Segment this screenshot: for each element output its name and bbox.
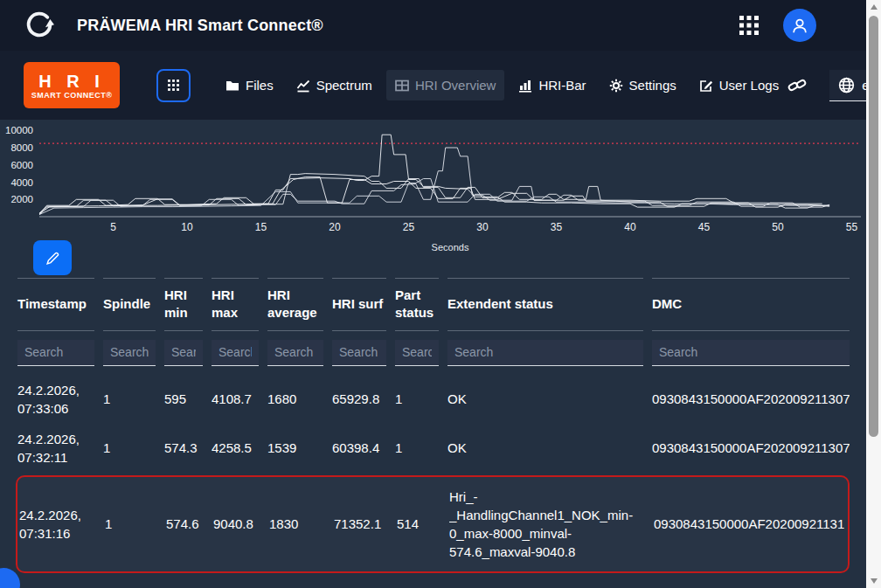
cell-hri-average: 1830 bbox=[269, 515, 325, 533]
nav-item-label: User Logs bbox=[719, 78, 779, 93]
column-header-timestamp[interactable]: Timestamp bbox=[17, 278, 94, 331]
x-axis-tick: 15 bbox=[255, 221, 267, 233]
person-icon bbox=[790, 16, 809, 35]
topbar-actions bbox=[738, 9, 857, 42]
grid-icon bbox=[167, 79, 180, 92]
column-header-spindle[interactable]: Spindle bbox=[103, 278, 156, 331]
cell-hri-min: 574.3 bbox=[164, 439, 203, 457]
hri-smart-connect-logo[interactable]: H R I SMART CONNECT® bbox=[24, 62, 120, 108]
x-axis-tick: 30 bbox=[476, 221, 489, 233]
scrollbar-up-arrow[interactable] bbox=[866, 0, 881, 14]
nav-item-label: Files bbox=[246, 78, 274, 93]
hri-line-chart: 2000400060008000100005101520253035404550… bbox=[0, 122, 865, 255]
bar-chart-icon bbox=[518, 79, 532, 93]
edit-table-button[interactable] bbox=[33, 240, 72, 275]
chain-link-icon bbox=[787, 76, 807, 95]
chart-series-channel-5 bbox=[39, 177, 829, 214]
x-axis-tick: 35 bbox=[551, 221, 563, 233]
praewema-logo-icon bbox=[24, 10, 54, 40]
table-row[interactable]: 24.2.2026, 07:30:201565.74527.9170766982… bbox=[17, 577, 850, 588]
nav-item-settings[interactable]: Settings bbox=[600, 70, 685, 100]
table-row[interactable]: 24.2.2026, 07:33:0615954108.7168065929.8… bbox=[17, 375, 850, 424]
main-navbar: H R I SMART CONNECT® Files Spectrum bbox=[0, 51, 881, 120]
cell-extendent-status: OK bbox=[447, 390, 643, 408]
y-axis-tick: 10000 bbox=[5, 125, 33, 135]
search-input-dmc[interactable] bbox=[652, 340, 850, 366]
folder-icon bbox=[225, 79, 239, 93]
search-input-extendent-status[interactable] bbox=[447, 340, 643, 366]
y-axis-tick: 8000 bbox=[10, 142, 33, 153]
cell-timestamp: 24.2.2026, 07:31:16 bbox=[19, 506, 96, 543]
nav-item-user-logs[interactable]: User Logs bbox=[690, 70, 787, 100]
app-title: PRÄWEMA HRI Smart Connect® bbox=[77, 17, 323, 35]
cell-spindle: 1 bbox=[103, 439, 156, 457]
nav-item-label: HRI Overview bbox=[415, 78, 496, 93]
top-header-bar: PRÄWEMA HRI Smart Connect® bbox=[0, 0, 881, 51]
hri-logo-subtext: SMART CONNECT® bbox=[31, 91, 113, 100]
table-row[interactable]: 24.2.2026, 07:32:111574.34258.5153960398… bbox=[17, 424, 850, 473]
table-icon bbox=[395, 79, 409, 93]
nav-item-files[interactable]: Files bbox=[217, 70, 282, 100]
apps-grid-button[interactable] bbox=[738, 14, 760, 37]
spectrum-chart-icon bbox=[296, 79, 310, 93]
column-header-part-status[interactable]: Part status bbox=[395, 278, 439, 331]
menu-grid-button[interactable] bbox=[156, 69, 191, 102]
search-input-hri-min[interactable] bbox=[164, 340, 203, 366]
cell-hri-average: 1680 bbox=[267, 390, 323, 408]
column-header-hri-surf[interactable]: HRI surf bbox=[332, 278, 386, 331]
x-axis-label: Seconds bbox=[432, 242, 469, 252]
search-input-hri-max[interactable] bbox=[212, 340, 259, 366]
hri-data-table: Timestamp Spindle HRI min HRI max HRI av… bbox=[17, 278, 850, 588]
column-header-hri-max[interactable]: HRI max bbox=[212, 278, 259, 331]
cell-part-status: 514 bbox=[397, 515, 440, 533]
cell-extendent-status: OK bbox=[447, 439, 643, 457]
column-header-hri-min[interactable]: HRI min bbox=[164, 278, 203, 331]
search-input-spindle[interactable] bbox=[103, 340, 156, 366]
cell-hri-max: 9040.8 bbox=[213, 515, 260, 533]
table-search-row bbox=[17, 331, 850, 375]
chart-series-channel-2 bbox=[39, 148, 829, 215]
cell-spindle: 1 bbox=[105, 515, 157, 533]
cell-timestamp: 24.2.2026, 07:30:20 bbox=[17, 583, 94, 588]
nav-items: Files Spectrum HRI Overview HRI-Bar bbox=[217, 70, 787, 100]
x-axis-tick: 50 bbox=[772, 221, 784, 233]
search-input-part-status[interactable] bbox=[395, 340, 439, 366]
table-body: 24.2.2026, 07:33:0615954108.7168065929.8… bbox=[17, 375, 850, 588]
nav-item-hri-bar[interactable]: HRI-Bar bbox=[510, 70, 594, 100]
gear-icon bbox=[609, 79, 623, 93]
scrollbar-down-arrow[interactable] bbox=[866, 574, 881, 588]
table-row-highlighted[interactable]: 24.2.2026, 07:31:161574.69040.8183071352… bbox=[16, 475, 850, 573]
column-header-dmc[interactable]: DMC bbox=[652, 278, 850, 331]
y-axis-tick: 6000 bbox=[10, 160, 33, 170]
search-input-timestamp[interactable] bbox=[17, 340, 94, 366]
scrollbar-thumb[interactable] bbox=[869, 16, 878, 437]
y-axis-tick: 2000 bbox=[10, 194, 33, 204]
cell-hri-min: 574.6 bbox=[166, 515, 205, 533]
main-content: 2000400060008000100005101520253035404550… bbox=[0, 120, 866, 588]
nav-item-hri-overview[interactable]: HRI Overview bbox=[386, 70, 505, 100]
cell-hri-average: 1539 bbox=[267, 439, 323, 457]
nav-item-spectrum[interactable]: Spectrum bbox=[288, 70, 381, 100]
nav-item-label: HRI-Bar bbox=[538, 78, 586, 93]
search-input-hri-surf[interactable] bbox=[332, 340, 386, 366]
cell-extendent-status: Hri_-_HandlingChannel1_NOK_min-0_max-800… bbox=[449, 488, 645, 561]
globe-icon bbox=[838, 77, 855, 93]
x-axis-tick: 5 bbox=[110, 221, 116, 233]
cell-dmc: 0930843150000AF2020092113170 bbox=[654, 515, 844, 533]
cell-hri-surf: 71352.1 bbox=[334, 515, 388, 533]
column-header-hri-average[interactable]: HRI average bbox=[267, 278, 323, 331]
user-avatar-button[interactable] bbox=[783, 9, 816, 42]
cell-part-status: 1 bbox=[395, 390, 439, 408]
hri-logo-text: H R I bbox=[38, 72, 105, 91]
link-button[interactable] bbox=[787, 76, 807, 95]
cell-dmc: 0930843150000AF2020092113073 bbox=[652, 439, 850, 457]
search-input-hri-average[interactable] bbox=[267, 340, 323, 366]
cell-hri-max: 4108.7 bbox=[212, 390, 259, 408]
cell-hri-surf: 60398.4 bbox=[332, 439, 386, 457]
cell-hri-surf: 65929.8 bbox=[332, 390, 386, 408]
column-header-extendent-status[interactable]: Extendent status bbox=[447, 278, 643, 331]
x-axis-tick: 25 bbox=[403, 221, 415, 233]
cell-hri-max: 4258.5 bbox=[212, 439, 259, 457]
vertical-scrollbar[interactable] bbox=[866, 0, 881, 588]
pencil-icon bbox=[45, 251, 60, 266]
